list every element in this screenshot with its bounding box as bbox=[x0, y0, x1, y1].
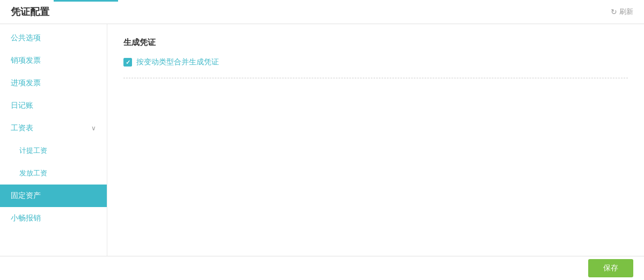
header: 凭证配置 ↻ 刷新 bbox=[0, 0, 644, 24]
sidebar-item-journal[interactable]: 日记账 bbox=[0, 94, 107, 117]
merge-checkbox[interactable] bbox=[123, 58, 132, 67]
sidebar-item-label: 小畅报销 bbox=[11, 213, 41, 223]
chevron-down-icon: ∨ bbox=[91, 124, 96, 132]
sidebar-item-label: 公共选项 bbox=[11, 33, 41, 43]
sidebar-item-payroll-table[interactable]: 工资表∨ bbox=[0, 117, 107, 139]
main-content: 生成凭证 按变动类型合并生成凭证 bbox=[107, 24, 644, 256]
section-title: 生成凭证 bbox=[123, 38, 628, 48]
sidebar-item-label: 计提工资 bbox=[19, 146, 47, 156]
refresh-icon: ↻ bbox=[611, 8, 617, 16]
sidebar-item-fixed-assets[interactable]: 固定资产 bbox=[0, 185, 107, 207]
page-title: 凭证配置 bbox=[11, 5, 49, 18]
sidebar-item-label: 日记账 bbox=[11, 101, 33, 110]
sidebar-item-label: 发放工资 bbox=[19, 168, 47, 178]
sidebar-item-accrued-salary[interactable]: 计提工资 bbox=[0, 139, 107, 162]
merge-checkbox-label[interactable]: 按变动类型合并生成凭证 bbox=[136, 57, 219, 67]
sidebar-item-sales-invoice[interactable]: 销项发票 bbox=[0, 49, 107, 72]
sidebar-item-pay-salary[interactable]: 发放工资 bbox=[0, 162, 107, 185]
footer: 保存 bbox=[0, 256, 644, 280]
refresh-button[interactable]: ↻ 刷新 bbox=[611, 7, 633, 17]
refresh-label: 刷新 bbox=[619, 7, 633, 17]
save-button[interactable]: 保存 bbox=[588, 259, 633, 277]
section-divider bbox=[123, 78, 628, 78]
sidebar-item-label: 工资表 bbox=[11, 123, 33, 133]
sidebar: 公共选项销项发票进项发票日记账工资表∨计提工资发放工资固定资产小畅报销 bbox=[0, 24, 107, 256]
sidebar-item-label: 进项发票 bbox=[11, 78, 41, 88]
sidebar-item-public-options[interactable]: 公共选项 bbox=[0, 27, 107, 49]
layout: 公共选项销项发票进项发票日记账工资表∨计提工资发放工资固定资产小畅报销 生成凭证… bbox=[0, 24, 644, 256]
sidebar-item-expense-report[interactable]: 小畅报销 bbox=[0, 207, 107, 230]
sidebar-item-label: 销项发票 bbox=[11, 56, 41, 65]
top-accent-bar bbox=[54, 0, 118, 2]
checkbox-row: 按变动类型合并生成凭证 bbox=[123, 57, 628, 67]
sidebar-item-purchase-invoice[interactable]: 进项发票 bbox=[0, 72, 107, 94]
sidebar-item-label: 固定资产 bbox=[11, 191, 41, 201]
